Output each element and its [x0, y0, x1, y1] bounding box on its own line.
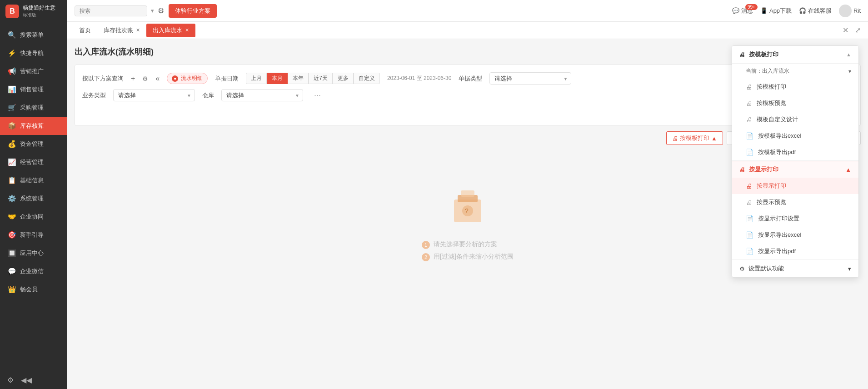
filter-settings-icon[interactable]: ⚙	[142, 75, 148, 82]
print-button[interactable]: 🖨 按模板打印 ▲	[666, 131, 723, 145]
expand-window-icon[interactable]: ⤢	[853, 25, 863, 35]
dropdown-item-display_print_settings[interactable]: 📄按显示打印设置	[732, 210, 858, 227]
dropdown-label-display_export_pdf: 按显示导出pdf	[758, 247, 796, 255]
date-tab-current_month[interactable]: 本月	[267, 73, 288, 84]
user-avatar-item[interactable]: Rit	[839, 5, 861, 17]
date-tab-prev_month[interactable]: 上月	[246, 73, 267, 84]
tab-batch[interactable]: 库存批次账✕	[97, 24, 146, 37]
dropdown-item-template_print[interactable]: 🖨按模板打印	[732, 79, 858, 95]
tab-home[interactable]: 首页	[73, 24, 97, 37]
sidebar-item-appstore[interactable]: 🔲应用中心	[0, 244, 67, 262]
tab-label-batch: 库存批次账	[104, 26, 133, 35]
sidebar-item-shortcut[interactable]: ⚡快捷导航	[0, 44, 67, 62]
tab-label-home: 首页	[79, 26, 91, 35]
dropdown-item-template_preview[interactable]: 🖨按模板预览	[732, 95, 858, 111]
sidebar-label-enterprise: 企业协同	[20, 213, 44, 221]
filter-collapse-icon[interactable]: «	[155, 75, 160, 83]
dropdown-section1-header[interactable]: 🖨 按模板打印 ▲	[732, 46, 858, 64]
app-icon: 📱	[760, 7, 768, 14]
sidebar-item-operation[interactable]: 📈经营管理	[0, 153, 67, 171]
dropdown-item-display_preview[interactable]: 🖨按显示预览	[732, 194, 858, 210]
sidebar-settings-icon[interactable]: ⚙	[7, 376, 14, 384]
date-tab-custom[interactable]: 自定义	[354, 73, 380, 84]
sidebar-label-shortcut: 快捷导航	[20, 49, 44, 57]
search-chevron-icon[interactable]: ▾	[151, 7, 154, 14]
sidebar-collapse-icon[interactable]: ◀◀	[21, 376, 32, 384]
dropdown-label-template_print: 按模板打印	[757, 83, 786, 91]
sidebar-icon-purchase: 🛒	[7, 103, 16, 112]
tab-flow[interactable]: 出入库流水✕	[146, 24, 195, 37]
tabs-right-controls: ✕ ⤢	[841, 25, 863, 35]
settings-default-icon: ⚙	[739, 265, 745, 272]
sidebar-item-wechat[interactable]: 💬企业微信	[0, 262, 67, 280]
step1-number: 1	[422, 241, 430, 249]
trial-button[interactable]: 体验行业方案	[169, 4, 217, 18]
dropdown-panel: 🖨 按模板打印 ▲ 当前：出入库流水 ▾ 🖨按模板打印🖨按模板预览🖨模板自定义设…	[732, 45, 859, 278]
date-tab-current_year[interactable]: 本年	[288, 73, 309, 84]
dropdown-section2-title: 按显示打印	[749, 165, 778, 174]
sidebar-item-enterprise[interactable]: 🤝企业协同	[0, 208, 67, 226]
online-service-item[interactable]: 🎧 在线客服	[799, 7, 832, 15]
print-icon: 🖨	[672, 135, 678, 142]
svg-rect-2	[461, 190, 474, 197]
step1-text: 请先选择要分析的方案	[434, 240, 497, 249]
sidebar-item-member[interactable]: 👑畅会员	[0, 280, 67, 299]
user-name: Rit	[853, 7, 861, 14]
sidebar-label-newbie: 新手引导	[20, 231, 44, 239]
dropdown-item-display_export_pdf[interactable]: 📄按显示导出pdf	[732, 243, 858, 259]
empty-illustration: ?	[445, 186, 490, 231]
tab-close-flow[interactable]: ✕	[185, 27, 189, 33]
online-service-label: 在线客服	[808, 7, 832, 15]
dropdown-label-template_export_excel: 按模板导出excel	[758, 132, 801, 140]
sidebar-item-system[interactable]: ⚙️系统管理	[0, 190, 67, 208]
dropdown-icon-display_export_pdf: 📄	[746, 248, 753, 255]
sidebar-item-newbie[interactable]: 🎯新手引导	[0, 226, 67, 244]
dropdown-icon-template_export_excel: 📄	[746, 132, 753, 140]
sidebar-item-search[interactable]: 🔍搜索菜单	[0, 26, 67, 44]
dropdown-item-template_design[interactable]: 🖨模板自定义设计	[732, 111, 858, 128]
sidebar-item-purchase[interactable]: 🛒采购管理	[0, 99, 67, 117]
dropdown-label-display_preview: 按显示预览	[757, 198, 786, 206]
warehouse-select[interactable]: 请选择	[221, 89, 303, 101]
print-chevron-up-icon: ▲	[711, 135, 717, 142]
dropdown-icon-template_design: 🖨	[746, 116, 752, 123]
search-input[interactable]	[75, 5, 147, 16]
dropdown-icon-template_preview: 🖨	[746, 100, 752, 107]
dropdown-section3-footer[interactable]: ⚙ 设置默认功能 ▾	[732, 259, 858, 277]
empty-text: 1 请先选择要分析的方案 2 用[过滤]条件来缩小分析范围	[422, 240, 514, 265]
business-type-select[interactable]: 请选择	[113, 89, 195, 101]
dropdown-item-template_export_excel[interactable]: 📄按模板导出excel	[732, 128, 858, 144]
doc-type-select[interactable]: 请选择	[489, 72, 571, 85]
filter-add-icon[interactable]: +	[131, 75, 135, 83]
sidebar-item-finance[interactable]: 💰资金管理	[0, 135, 67, 153]
dropdown-item-template_export_pdf[interactable]: 📄按模板导出pdf	[732, 144, 858, 160]
tabs-bar: 首页库存批次账✕出入库流水✕ ✕ ⤢	[67, 22, 868, 39]
sidebar-label-sales: 销售管理	[20, 85, 44, 94]
sidebar: B 畅捷通好生意 标准版 🔍搜索菜单⚡快捷导航📢营销推广📊销售管理🛒采购管理📦库…	[0, 0, 67, 389]
dropdown-section2-header[interactable]: 🖨 按显示打印 ▲	[732, 161, 858, 178]
sidebar-item-marketing[interactable]: 📢营销推广	[0, 62, 67, 80]
doc-type-select-wrap: 请选择	[489, 72, 571, 85]
date-label: 单据日期	[215, 75, 239, 83]
dropdown-item-display_export_excel[interactable]: 📄按显示导出excel	[732, 227, 858, 243]
date-tab-more[interactable]: 更多	[333, 73, 354, 84]
sidebar-label-wechat: 企业微信	[20, 267, 44, 275]
dropdown-item-display_print[interactable]: 🖨按显示打印	[732, 178, 858, 194]
app-download-item[interactable]: 📱 App下载	[760, 7, 792, 15]
close-window-icon[interactable]: ✕	[841, 25, 850, 35]
sidebar-item-basic[interactable]: 📋基础信息	[0, 171, 67, 190]
sidebar-item-inventory[interactable]: 📦库存核算	[0, 117, 67, 135]
message-item[interactable]: 💬 消息 99+	[732, 7, 753, 15]
dropdown-label-display_print: 按显示打印	[757, 182, 786, 190]
current-value[interactable]: 当前：出入库流水 ▾	[746, 67, 851, 75]
warehouse-more-dots[interactable]: ···	[314, 90, 321, 100]
app-download-label: App下载	[769, 7, 792, 15]
dropdown-label-display_print_settings: 按显示打印设置	[758, 214, 799, 223]
topbar-gear-icon[interactable]: ⚙	[158, 6, 164, 15]
tab-close-batch[interactable]: ✕	[136, 27, 140, 33]
section2-chevron-icon: ▲	[845, 166, 851, 173]
dropdown-section1-title: 按模板打印	[749, 50, 778, 59]
date-tab-last7[interactable]: 近7天	[309, 73, 333, 84]
warehouse-select-wrap: 请选择	[221, 89, 303, 101]
sidebar-item-sales[interactable]: 📊销售管理	[0, 80, 67, 99]
